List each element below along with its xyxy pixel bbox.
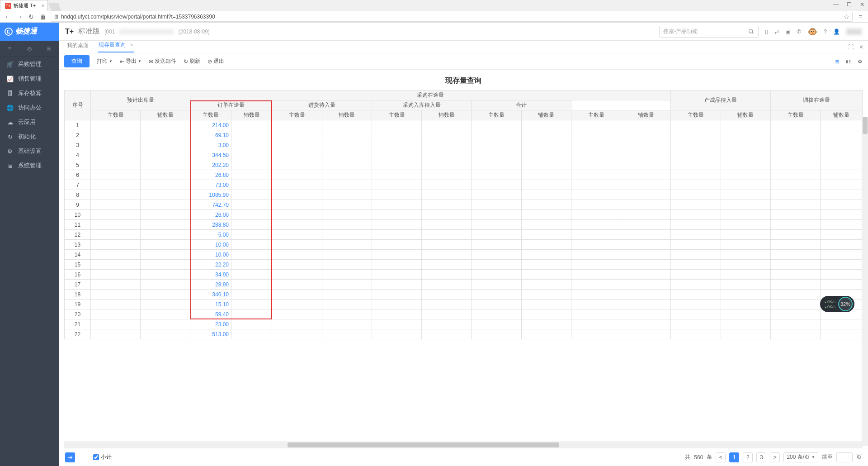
col-aux-qty[interactable]: 辅数量 <box>322 110 372 120</box>
col-aux-qty[interactable]: 辅数量 <box>821 110 863 120</box>
page-prev-button[interactable]: < <box>716 452 726 462</box>
col-main-qty[interactable]: 主数量 <box>671 110 721 120</box>
reload-icon[interactable]: ↻ <box>27 13 35 20</box>
user-icon[interactable]: 👤 <box>833 29 840 35</box>
close-window-icon[interactable]: ✕ <box>860 1 864 8</box>
nav-item-cloud[interactable]: ☁云应用 <box>0 115 59 129</box>
col-sub-order-transit[interactable]: 订单在途量 <box>190 100 272 110</box>
close-tab-x-icon[interactable]: ✕ <box>130 43 133 48</box>
help-icon[interactable]: ? <box>824 29 827 35</box>
back-icon[interactable]: ← <box>4 13 12 20</box>
page-next-button[interactable]: > <box>770 452 780 462</box>
table-row[interactable]: 773.00 <box>65 180 863 190</box>
close-tab-icon[interactable]: ✕ <box>41 3 45 8</box>
query-button[interactable]: 查询 <box>64 55 90 67</box>
footer-toggle-icon[interactable]: ⇥ <box>65 452 75 462</box>
col-group-purchase-transit[interactable]: 采购在途量 <box>190 90 671 100</box>
col-main-qty[interactable]: 主数量 <box>272 110 322 120</box>
table-row[interactable]: 1214.00 <box>65 120 863 130</box>
close-panel-icon[interactable]: ✕ <box>859 44 863 50</box>
page-2-button[interactable]: 2 <box>743 452 753 462</box>
trash-icon[interactable]: 🗑 <box>39 13 47 20</box>
new-tab-button[interactable] <box>48 3 61 11</box>
list-view-icon[interactable]: ≣ <box>835 58 840 65</box>
nav-item-refresh[interactable]: ↻初始化 <box>0 129 59 144</box>
hscroll-thumb[interactable] <box>288 442 559 447</box>
sendmail-button[interactable]: ✉发送邮件 <box>149 57 176 65</box>
table-row[interactable]: 269.10 <box>65 130 863 140</box>
search-input[interactable]: 搜索-产品功能 <box>659 26 759 38</box>
subtotal-checkbox-input[interactable] <box>93 454 99 460</box>
mobile-icon[interactable]: ▯ <box>765 29 768 35</box>
chart-view-icon[interactable]: ⫾⫾ <box>846 58 851 65</box>
col-main-qty[interactable]: 主数量 <box>571 110 621 120</box>
vertical-scrollbar[interactable] <box>862 117 868 446</box>
col-group-allocate-transit[interactable]: 调拨在途量 <box>770 90 862 110</box>
horizontal-scrollbar[interactable] <box>64 442 863 448</box>
table-row[interactable]: 81085.90 <box>65 190 863 200</box>
fullscreen-icon[interactable]: ⛶ <box>848 44 854 50</box>
nav-item-monitor[interactable]: 🖥系统管理 <box>0 158 59 173</box>
nav-item-chart[interactable]: 📈销售管理 <box>0 71 59 86</box>
table-row[interactable]: 33.00 <box>65 140 863 150</box>
settings-gear-icon[interactable]: ⚙ <box>858 58 863 65</box>
nav-item-gear[interactable]: ⚙基础设置 <box>0 144 59 158</box>
table-row[interactable]: 1634.90 <box>65 270 863 280</box>
refresh-button[interactable]: ↻刷新 <box>184 57 200 65</box>
table-row[interactable]: 1915.10 <box>65 300 863 309</box>
col-group-estimate-out[interactable]: 预计出库量 <box>91 90 190 110</box>
print-button[interactable]: 打印▼ <box>97 57 113 65</box>
nav-item-cart[interactable]: 🛒采购管理 <box>0 57 59 71</box>
copy-icon[interactable]: ⎘ <box>47 46 51 52</box>
col-sub-purchase-pending[interactable]: 采购入库待入量 <box>372 100 471 110</box>
table-row[interactable]: 1410.00 <box>65 250 863 260</box>
radar-icon[interactable]: ◎ <box>27 46 32 52</box>
bookmark-star-icon[interactable]: ☆ <box>844 13 849 20</box>
col-aux-qty[interactable]: 辅数量 <box>141 110 190 120</box>
col-aux-qty[interactable]: 辅数量 <box>231 110 272 120</box>
minimize-icon[interactable]: — <box>833 1 839 8</box>
table-row[interactable]: 125.00 <box>65 230 863 240</box>
table-row[interactable]: 1310.00 <box>65 240 863 250</box>
forward-icon[interactable]: → <box>15 13 24 20</box>
col-seq[interactable]: 序号 <box>65 90 91 120</box>
table-row[interactable]: 2123.00 <box>65 319 863 329</box>
col-main-qty[interactable]: 主数量 <box>91 110 141 120</box>
page-3-button[interactable]: 3 <box>756 452 766 462</box>
col-main-qty[interactable]: 主数量 <box>472 110 521 120</box>
maximize-icon[interactable]: ☐ <box>847 1 852 8</box>
page-size-select[interactable]: 200 条/页▼ <box>783 452 818 462</box>
tasks-icon[interactable]: ⇄ <box>774 29 779 35</box>
col-sub-pending-in[interactable]: 进货待入量 <box>272 100 372 110</box>
col-aux-qty[interactable]: 辅数量 <box>422 110 472 120</box>
nav-item-db[interactable]: 🗄库存核算 <box>0 86 59 100</box>
table-row[interactable]: 5202.20 <box>65 160 863 170</box>
col-aux-qty[interactable]: 辅数量 <box>621 110 671 120</box>
table-row[interactable]: 1026.00 <box>65 210 863 220</box>
subtotal-checkbox[interactable]: 小计 <box>93 453 112 461</box>
export-button[interactable]: ⇤导出▼ <box>120 57 142 65</box>
menu-icon[interactable]: ≡ <box>856 13 864 20</box>
vscroll-thumb[interactable] <box>863 117 868 134</box>
col-aux-qty[interactable]: 辅数量 <box>721 110 770 120</box>
table-row[interactable]: 2059.40 <box>65 309 863 319</box>
phone-icon[interactable]: ✆ <box>797 29 801 35</box>
url-input[interactable]: 🗎 hndqd.ufyct.com/tplus/view/portal/port… <box>51 12 853 22</box>
col-main-qty[interactable]: 主数量 <box>190 110 231 120</box>
menu-toggle-icon[interactable]: ≡ <box>8 46 11 52</box>
table-row[interactable]: 626.80 <box>65 170 863 180</box>
table-row[interactable]: 22513.00 <box>65 329 863 339</box>
col-sub-total[interactable]: 合计 <box>472 100 571 110</box>
tab-stock-query[interactable]: 现存量查询 ✕ <box>98 41 134 52</box>
chat-icon[interactable]: ▣ <box>785 29 790 35</box>
table-row[interactable]: 1522.20 <box>65 260 863 270</box>
col-main-qty[interactable]: 主数量 <box>372 110 421 120</box>
table-row[interactable]: 4344.50 <box>65 150 863 160</box>
col-group-product-pending[interactable]: 产成品待入量 <box>671 90 770 110</box>
nav-item-globe[interactable]: 🌐协同办公 <box>0 100 59 115</box>
exit-button[interactable]: ⊘退出 <box>208 57 224 65</box>
col-main-qty[interactable]: 主数量 <box>770 110 820 120</box>
col-aux-qty[interactable]: 辅数量 <box>521 110 571 120</box>
browser-tab[interactable]: T+ 畅捷通 T+ ✕ <box>0 0 48 11</box>
table-row[interactable]: 9742.70 <box>65 200 863 210</box>
